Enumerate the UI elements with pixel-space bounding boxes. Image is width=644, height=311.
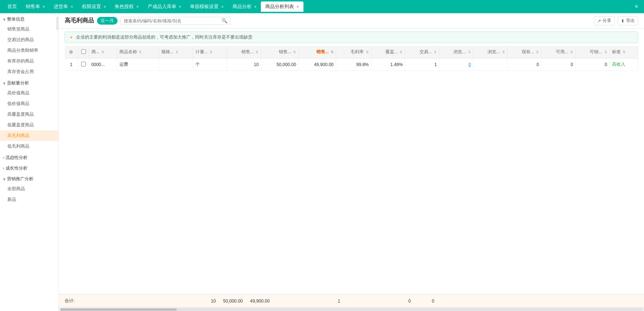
td-check[interactable] bbox=[78, 58, 89, 71]
td-available: 0 bbox=[542, 58, 576, 71]
sort-view2-icon: ⇅ bbox=[502, 50, 505, 54]
sidebar-item-traded[interactable]: 交易过的商品 bbox=[0, 35, 58, 45]
sidebar-item-low-margin[interactable]: 低毛利商品 bbox=[0, 141, 58, 152]
sidebar-item-all-products[interactable]: 全部商品 bbox=[0, 184, 58, 194]
sidebar-item-high-value[interactable]: 高价值商品 bbox=[0, 88, 58, 98]
sidebar-item-high-margin[interactable]: 高毛利商品 bbox=[0, 130, 58, 141]
sort-current-stock-icon: ⇅ bbox=[536, 50, 539, 54]
table-header-row: ⚙ 商... ⇅ 商品名称 ⇅ bbox=[65, 46, 638, 58]
td-sales-amount: 50,000.00 bbox=[261, 58, 299, 71]
window-close-button[interactable]: × bbox=[632, 3, 641, 10]
td-view1[interactable]: 0 bbox=[439, 58, 474, 71]
sidebar-item-low-value[interactable]: 低价值商品 bbox=[0, 98, 58, 109]
sidebar-collapse-button[interactable]: « bbox=[56, 17, 59, 30]
sidebar-item-sales-overview[interactable]: 销售览商品 bbox=[0, 24, 58, 35]
th-available[interactable]: 可用... ⇅ bbox=[542, 46, 576, 58]
th-view2[interactable]: 浏览... ⇅ bbox=[473, 46, 507, 58]
scroll-track[interactable] bbox=[60, 308, 643, 311]
th-sales-cost[interactable]: 销售... ⇅ bbox=[299, 46, 336, 58]
close-tab-permissions[interactable]: × bbox=[104, 4, 106, 9]
sort-sales-qty-icon: ⇅ bbox=[256, 50, 259, 54]
close-tab-roles[interactable]: × bbox=[136, 4, 138, 9]
close-tab-analysis[interactable]: × bbox=[254, 4, 256, 9]
th-check[interactable] bbox=[78, 46, 89, 58]
th-sales-qty[interactable]: 销售... ⇅ bbox=[227, 46, 261, 58]
sidebar-item-in-stock[interactable]: 有库存的商品 bbox=[0, 56, 58, 66]
tab-production[interactable]: 产成品入库单 × bbox=[143, 1, 186, 12]
sort-view1-icon: ⇅ bbox=[468, 50, 471, 54]
th-spec[interactable]: 规格... ⇅ bbox=[159, 46, 193, 58]
share-icon: ↗ bbox=[597, 18, 601, 23]
td-tag: 高收入 bbox=[609, 58, 638, 71]
data-table: ⚙ 商... ⇅ 商品名称 ⇅ bbox=[65, 46, 638, 71]
arrow-contribution: ∨ bbox=[3, 81, 6, 85]
sidebar-group-overview[interactable]: ∨ 整体信息 bbox=[0, 13, 58, 24]
sidebar-item-low-coverage[interactable]: 低覆盖度商品 bbox=[0, 120, 58, 130]
th-name[interactable]: 商品名称 ⇅ bbox=[117, 46, 159, 58]
td-coverage: 1.49% bbox=[371, 58, 405, 71]
content-area: 高毛利商品 近一月 🔍 ↗ 分享 ⬇ 导出 ✦ 企业的主要的利润都是这部分商品创… bbox=[59, 13, 644, 311]
tab-sales[interactable]: 销售单 × bbox=[21, 1, 49, 12]
tab-analysis-list[interactable]: 商品分析列表 × bbox=[261, 1, 303, 12]
sort-sales-cost-icon: ⇅ bbox=[331, 50, 334, 54]
horizontal-scrollbar[interactable] bbox=[59, 307, 644, 311]
tab-template[interactable]: 单据模板设置 × bbox=[186, 1, 228, 12]
row-checkbox[interactable] bbox=[81, 62, 86, 66]
close-tab-production[interactable]: × bbox=[179, 4, 181, 9]
sort-code-icon: ⇅ bbox=[101, 50, 104, 54]
footer-sales-cost: 49,900.00 bbox=[247, 298, 273, 304]
arrow-overview: ∨ bbox=[3, 17, 6, 21]
sidebar-item-category-rate[interactable]: 商品分类助销率 bbox=[0, 45, 58, 56]
tab-permissions[interactable]: 权限设置 × bbox=[78, 1, 110, 12]
th-sales-amount[interactable]: 销售... ⇅ bbox=[261, 46, 299, 58]
scroll-thumb[interactable] bbox=[60, 308, 177, 311]
th-transaction[interactable]: 交易... ⇅ bbox=[405, 46, 439, 58]
footer-spacer-coverage bbox=[298, 300, 320, 302]
close-tab-sales[interactable]: × bbox=[43, 4, 45, 9]
th-code[interactable]: 商... ⇅ bbox=[89, 46, 117, 58]
th-coverage[interactable]: 覆盖... ⇅ bbox=[371, 46, 405, 58]
tab-roles[interactable]: 角色授权 × bbox=[110, 1, 143, 12]
sidebar-group-growth[interactable]: › 成长性分析 bbox=[0, 162, 58, 173]
filter-button[interactable]: 近一月 bbox=[97, 17, 118, 25]
td-sellable: 0 bbox=[575, 58, 609, 71]
th-settings[interactable]: ⚙ bbox=[65, 46, 78, 58]
tab-home[interactable]: 首页 bbox=[3, 1, 21, 12]
table-wrapper[interactable]: ⚙ 商... ⇅ 商品名称 ⇅ bbox=[59, 46, 644, 294]
table-row: 1 0000... 运费 个 10 50,000.00 49,900.00 99… bbox=[65, 58, 638, 71]
th-current-stock[interactable]: 现有... ⇅ bbox=[507, 46, 542, 58]
sort-unit-icon: ⇅ bbox=[210, 50, 213, 54]
sidebar-group-trend[interactable]: › 流趋性分析 bbox=[0, 152, 58, 162]
footer-available: 0 bbox=[415, 298, 437, 304]
share-button[interactable]: ↗ 分享 bbox=[594, 16, 615, 25]
footer-transaction: 1 bbox=[321, 298, 343, 304]
th-sellable[interactable]: 可销... ⇅ bbox=[575, 46, 609, 58]
close-tab-analysis-list[interactable]: × bbox=[296, 4, 299, 9]
sidebar-group-marketing[interactable]: ∨ 营销推广分析 bbox=[0, 173, 58, 184]
sort-coverage-icon: ⇅ bbox=[400, 50, 403, 54]
th-tag[interactable]: 标签 ⇅ bbox=[609, 46, 638, 58]
sort-available-icon: ⇅ bbox=[570, 50, 573, 54]
select-all-checkbox[interactable] bbox=[81, 49, 86, 54]
footer-spacer-view2 bbox=[368, 300, 390, 302]
th-view1[interactable]: 浏览... ⇅ bbox=[439, 46, 474, 58]
close-tab-purchase[interactable]: × bbox=[71, 4, 73, 9]
td-unit: 个 bbox=[193, 58, 227, 71]
tab-purchase[interactable]: 进货单 × bbox=[49, 1, 77, 12]
sidebar-item-high-coverage[interactable]: 高覆盖度商品 bbox=[0, 109, 58, 120]
sidebar-item-new-products[interactable]: 新品 bbox=[0, 194, 58, 205]
sort-tag-icon: ⇅ bbox=[623, 50, 626, 54]
search-icon[interactable]: 🔍 bbox=[222, 18, 227, 23]
sidebar-group-contribution[interactable]: ∨ 贡献量分析 bbox=[0, 77, 58, 88]
arrow-trend: › bbox=[3, 156, 4, 160]
close-tab-template[interactable]: × bbox=[221, 4, 223, 9]
th-unit[interactable]: 计量... ⇅ bbox=[193, 46, 227, 58]
tab-analysis[interactable]: 商品分析 × bbox=[228, 1, 261, 12]
search-input[interactable] bbox=[124, 18, 222, 23]
search-box: 🔍 bbox=[120, 17, 231, 25]
export-button[interactable]: ⬇ 导出 bbox=[618, 16, 638, 25]
th-gross-margin[interactable]: 毛利率 ⇅ bbox=[336, 46, 371, 58]
sidebar-item-stock-capital[interactable]: 库存资金占用 bbox=[0, 66, 58, 77]
sort-gross-margin-icon: ⇅ bbox=[366, 50, 369, 54]
arrow-growth: › bbox=[3, 166, 4, 170]
